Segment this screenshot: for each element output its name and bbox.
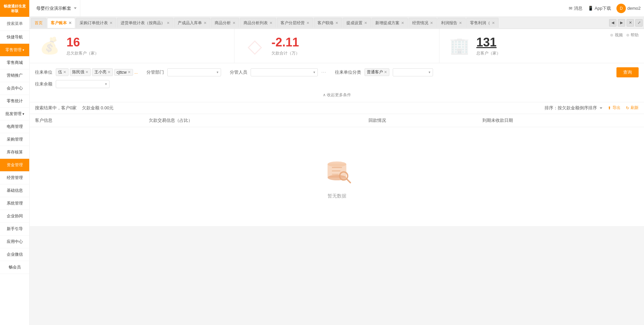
app-download-button[interactable]: 📱 App下载 [588,5,611,11]
sidebar-item-inventory[interactable]: 库存核算 [0,146,29,159]
tab-close-accounts[interactable]: ✕ [69,21,72,25]
sidebar-item-ecommerce-mgmt[interactable]: 电商管理 [0,120,29,133]
tab-label-accounts: 客户账本 [51,20,67,26]
tab-label-customer_contact: 客户联络 [317,20,334,26]
sidebar-item-quick-nav[interactable]: 快捷导航 [0,31,29,44]
sidebar-item-basic-info[interactable]: 基础信息 [0,184,29,197]
unit-class-tag-close[interactable]: ✕ [384,70,387,74]
refresh-button[interactable]: ↻ 刷新 [626,105,639,111]
topbar: 母婴行业演示帐套 ✉ 消息 📱 App下载 D demo2 [30,0,644,17]
filter-tag-0-close[interactable]: ✕ [63,70,66,74]
sidebar-item-retail-mgmt[interactable]: 零售管理▾ [0,44,29,57]
tab-label-home: 首页 [35,20,43,26]
balance-select-wrap [56,80,110,88]
tab-profit_report[interactable]: 利润报告✕ [437,18,466,28]
tab-retail_profit[interactable]: 零售利润（✕ [466,18,499,28]
filter-tags-container: 伍 ✕ 陈民强 ✕ 王小亮 ✕ cjttcw ✕ ... [56,68,138,76]
tab-product_analysis[interactable]: 商品分析✕ [211,18,239,28]
filter-tags-more[interactable]: ... [134,70,138,75]
page-content: 💰 16 总欠款客户（家） ◇ -2.11 欠款合计（万） 🏢 131 [30,29,644,325]
search-menu-button[interactable]: 搜索菜单 [2,20,27,28]
sidebar-item-retail-stats[interactable]: 零售统计 [0,95,29,108]
overdue-customers-value: 16 [67,36,99,49]
tab-close-improve_settings[interactable]: ✕ [364,21,367,25]
sidebar-item-wholesale-mgmt[interactable]: 批发管理▾ [0,108,29,120]
tab-product_analysis_list[interactable]: 商品分析列表✕ [240,18,276,28]
filter-tag-3: cjttcw ✕ [114,69,133,76]
unit-class-tag: 普通客户 ✕ [364,68,389,76]
export-icon: ⬆ [608,106,611,110]
sidebar-item-enterprise-collab[interactable]: 企业协同 [0,210,29,223]
filter-tag-1-close[interactable]: ✕ [85,70,88,74]
sidebar-item-marketing[interactable]: 营销推广 [0,69,29,82]
collapse-row: ∧ 收起更多条件 [35,91,639,98]
person-select[interactable] [251,68,318,76]
tab-customer_tier[interactable]: 客户分层经营✕ [277,18,313,28]
video-help-link[interactable]: ⊙ 视频 [610,32,622,38]
tab-purchase_orders[interactable]: 采购订单统计表✕ [76,18,116,28]
collapse-button[interactable]: ∧ 收起更多条件 [323,92,351,98]
person-select-more[interactable]: ··· [321,69,326,76]
sidebar-item-new-guide[interactable]: 新手引导 [0,223,29,236]
filter-tag-3-close[interactable]: ✕ [128,70,131,74]
tab-close-customer_tier[interactable]: ✕ [306,21,309,25]
sidebar-item-retail-mall[interactable]: 零售商城 [0,57,29,69]
tab-close-inbound_stats[interactable]: ✕ [167,21,170,25]
tab-close-customer_contact[interactable]: ✕ [335,21,338,25]
dept-select[interactable] [167,68,221,76]
collapse-label: 收起更多条件 [327,92,351,98]
overdue-amount-label: 欠款合计（万） [271,50,300,56]
tab-new_improve[interactable]: 新增提成方案✕ [372,18,408,28]
tab-improve_settings[interactable]: 提成设置✕ [343,18,371,28]
sidebar-item-app-center[interactable]: 应用中心 [0,236,29,248]
export-button[interactable]: ⬆ 导出 [608,105,620,111]
sidebar-item-vip-member[interactable]: 畅会员 [0,261,29,274]
tab-accounts[interactable]: 客户账本✕ [47,18,75,28]
message-button[interactable]: ✉ 消息 [569,5,583,11]
sidebar-item-purchase-mgmt[interactable]: 采购管理 [0,133,29,146]
table-header-row: 客户信息 欠款交易信息（占比） 回款情况 到期未收款日期 [30,114,644,127]
tab-close-operation[interactable]: ✕ [430,21,433,25]
sidebar-item-retail-mgmt-chevron: ▾ [23,48,24,52]
dept-filter-label: 分管部门 [146,69,164,75]
tab-close-retail_profit[interactable]: ✕ [492,21,495,25]
filter-tag-2-close[interactable]: ✕ [108,70,111,74]
balance-select[interactable] [56,80,110,88]
tab-home[interactable]: 首页 [31,18,46,28]
tab-close-product_analysis_list[interactable]: ✕ [269,21,272,25]
tab-inbound_stats[interactable]: 进货单统计表（按商品）✕ [117,18,173,28]
tab-close-product_analysis[interactable]: ✕ [232,21,235,25]
sidebar-item-system-mgmt[interactable]: 系统管理 [0,197,29,210]
query-button[interactable]: 查询 [616,67,639,77]
sidebar-item-finance-mgmt[interactable]: 资金管理 [0,159,29,172]
sidebar-item-enterprise-wechat[interactable]: 企业微信 [0,248,29,261]
tab-customer_contact[interactable]: 客户联络✕ [314,18,342,28]
tab-cost_inbound[interactable]: 产成品入库单✕ [174,18,210,28]
tab-label-retail_profit: 零售利润（ [470,20,490,26]
logo-title: 畅捷通好生意 [4,4,26,8]
account-selector-chevron [74,7,77,9]
unit-class-select[interactable] [393,68,433,76]
tab-nav-next[interactable]: ▶ [618,19,625,27]
tab-nav-prev[interactable]: ◀ [609,19,616,27]
overdue-amount-value: -2.11 [271,36,300,49]
tab-operation[interactable]: 经营情况✕ [409,18,437,28]
empty-text: 暂无数据 [328,193,346,199]
tab-close-purchase_orders[interactable]: ✕ [110,21,113,25]
sidebar-item-member-center[interactable]: 会员中心 [0,82,29,95]
tab-close-profit_report[interactable]: ✕ [459,21,462,25]
tab-nav-maximize[interactable]: ⤢ [635,19,643,27]
sidebar-search-area: 搜索菜单 [0,17,29,31]
unit-class-tag-label: 普通客户 [367,69,383,75]
tab-close-cost_inbound[interactable]: ✕ [204,21,207,25]
tab-close-new_improve[interactable]: ✕ [401,21,404,25]
tab-nav-close-all[interactable]: ✕ [627,19,634,27]
unit-filter-label: 往来单位 [35,69,52,75]
table-empty-row: 暂无数据 [30,127,644,226]
user-account[interactable]: D demo2 [616,4,641,13]
sidebar-item-operation-mgmt[interactable]: 经营管理 [0,172,29,184]
refresh-label: 刷新 [631,105,639,111]
tabbar: 首页客户账本✕采购订单统计表✕进货单统计表（按商品）✕产成品入库单✕商品分析✕商… [30,17,644,29]
account-selector[interactable]: 母婴行业演示帐套 [33,0,80,16]
help-link[interactable]: ⊙ 帮助 [626,32,639,38]
